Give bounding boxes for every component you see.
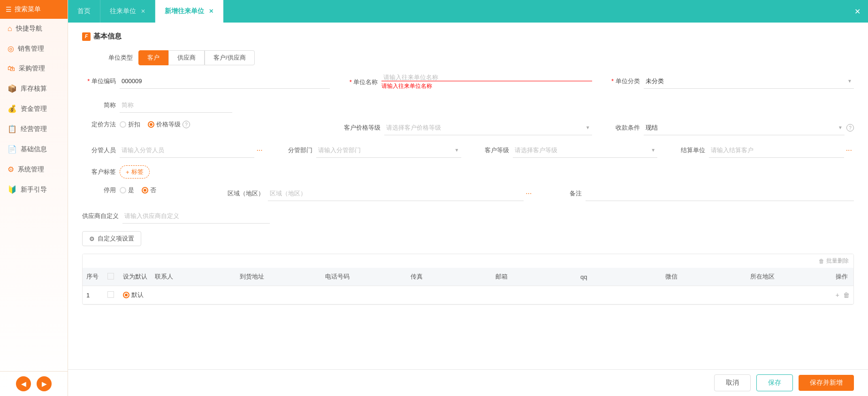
disabled-no[interactable]: 否 (142, 186, 156, 194)
code-input[interactable] (120, 74, 330, 89)
sidebar-icon-basic-info: 📄 (8, 145, 17, 154)
row-default-radio-0[interactable]: 默认 (123, 291, 147, 299)
pricing-option-discount[interactable]: 折扣 (120, 120, 140, 129)
settlement-unit-input[interactable] (709, 143, 844, 158)
disabled-yes-label: 是 (128, 186, 134, 194)
sidebar-label-inventory: 库存核算 (21, 85, 47, 93)
settlement-unit-label: 结算单位 (671, 146, 709, 155)
cancel-button[interactable]: 取消 (714, 374, 751, 391)
tab-home[interactable]: 首页 (68, 0, 100, 23)
manager-label: 分管人员 (82, 146, 120, 155)
batch-delete-label: 批量删除 (826, 257, 849, 265)
cell-email-0 (492, 286, 577, 304)
unit-type-btn-both[interactable]: 客户/供应商 (205, 50, 255, 65)
field-disabled: 停用 是 否 (82, 186, 213, 194)
settlement-unit-dots-btn[interactable]: ··· (844, 146, 854, 155)
custom-settings-button[interactable]: ⚙ 自定义项设置 (82, 231, 141, 246)
disabled-no-label: 否 (150, 186, 156, 194)
sidebar-item-quick-nav[interactable]: ⌂快捷导航 (0, 19, 68, 39)
pricing-option-level[interactable]: 价格等级 (148, 120, 181, 129)
form-row-3: 定价方法 折扣 价格等级 ? 客户价格等级 请选择客户价格等级 (82, 120, 854, 135)
form-row-7: 供应商自定义 (82, 209, 854, 224)
section-heading: F 基本信息 (82, 32, 854, 41)
tab-bar-close-btn[interactable]: ✕ (847, 7, 868, 16)
name-label: 单位名称 (344, 78, 381, 86)
section-title: 基本信息 (93, 32, 122, 41)
customer-price-level-select[interactable]: 请选择客户价格等级 ▼ (384, 120, 592, 135)
region-input[interactable] (268, 186, 524, 201)
sidebar-item-system[interactable]: ⚙系统管理 (0, 159, 68, 179)
name-input-wrapper: 请输入往来单位名称 (381, 74, 592, 90)
col-wechat: 微信 (662, 268, 746, 286)
cell-actions-0: + 🗑 (832, 286, 853, 304)
tab-partners[interactable]: 往来单位✕ (100, 0, 155, 23)
tab-close-partners[interactable]: ✕ (141, 8, 145, 15)
disabled-yes[interactable]: 是 (120, 186, 134, 194)
name-input[interactable] (381, 74, 592, 81)
field-region: 区域（地区） ··· (228, 186, 534, 201)
category-select[interactable]: 未分类 ▼ (644, 74, 854, 89)
sidebar-icon-system: ⚙ (8, 165, 14, 174)
save-new-button[interactable]: 保存并新增 (799, 375, 854, 391)
row-delete-btn-0[interactable]: 🗑 (843, 291, 850, 299)
form-row-2: 简称 (82, 98, 854, 113)
row-checkbox-0[interactable] (107, 291, 114, 298)
row-wechat-input-0[interactable] (665, 292, 743, 299)
col-region: 所在地区 (746, 268, 832, 286)
row-region-input-0[interactable] (750, 292, 828, 299)
sidebar-item-finance[interactable]: 💰资金管理 (0, 99, 68, 119)
sidebar-label-quick-nav: 快捷导航 (16, 24, 42, 33)
region-label: 区域（地区） (228, 189, 268, 198)
manager-dots-btn[interactable]: ··· (254, 146, 264, 155)
save-button[interactable]: 保存 (756, 374, 793, 391)
row-contact-input-0[interactable] (155, 292, 232, 299)
col-actions: 操作 (832, 268, 853, 286)
row-phone-input-0[interactable] (325, 292, 403, 299)
sidebar-item-sales[interactable]: ◎销售管理 (0, 39, 68, 59)
table-action-bar: 🗑 批量删除 (83, 254, 853, 268)
remark-input[interactable] (586, 186, 854, 201)
sidebar-label-operations: 经营管理 (21, 125, 47, 133)
row-add-btn-0[interactable]: + (836, 291, 839, 299)
pricing-discount-label: 折扣 (128, 120, 140, 129)
row-qq-input-0[interactable] (580, 292, 658, 299)
add-tag-button[interactable]: + 标签 (120, 165, 150, 179)
row-fax-input-0[interactable] (411, 292, 488, 299)
tab-new-partner[interactable]: 新增往来单位✕ (155, 0, 223, 23)
pricing-help-icon[interactable]: ? (183, 121, 190, 128)
pricing-radio-discount (120, 121, 126, 128)
sidebar-item-basic-info[interactable]: 📄基础信息 (0, 139, 68, 159)
unit-type-btn-supplier[interactable]: 供应商 (168, 50, 205, 65)
department-select[interactable]: 请输入分管部门 ▼ (316, 143, 461, 158)
sidebar-item-inventory[interactable]: 📦库存核算 (0, 78, 68, 99)
sidebar-item-operations[interactable]: 📋经营管理 (0, 119, 68, 139)
sidebar-item-guide[interactable]: 🔰新手引导 (0, 179, 68, 200)
pricing-radio-group: 折扣 价格等级 (120, 120, 181, 129)
tab-close-new-partner[interactable]: ✕ (209, 8, 213, 15)
header-checkbox[interactable] (107, 273, 114, 280)
contacts-table-section: 🗑 批量删除 序号 设为默认 联系人 到货地址 电话号码 传真 邮箱 qq (82, 254, 854, 305)
form-row-1: 单位编码 单位名称 请输入往来单位名称 单位分类 未分类 ▼ (82, 74, 854, 90)
batch-delete-button[interactable]: 🗑 批量删除 (819, 257, 849, 265)
sidebar-bottom-btn1[interactable]: ◀ (16, 376, 31, 391)
sidebar-search[interactable]: ☰ 搜索菜单 (0, 0, 68, 19)
row-email-input-0[interactable] (495, 292, 573, 299)
field-payment-terms: 收款条件 现结 ▼ ? (606, 120, 854, 135)
unit-type-btn-customer[interactable]: 客户 (138, 50, 168, 65)
code-label: 单位编码 (82, 77, 120, 85)
customer-level-select[interactable]: 请选择客户等级 ▼ (513, 143, 658, 158)
region-dots-btn[interactable]: ··· (524, 189, 533, 198)
sidebar-bottom-btn2[interactable]: ▶ (37, 376, 52, 391)
cell-contact-0 (151, 286, 236, 304)
sidebar-item-purchase[interactable]: 🛍采购管理 (0, 59, 68, 78)
manager-input[interactable] (120, 143, 254, 158)
payment-terms-help-icon[interactable]: ? (846, 124, 854, 132)
form-row-6: 停用 是 否 区域（地区） ··· (82, 186, 854, 201)
supplier-custom-input[interactable] (122, 209, 270, 224)
row-address-input-0[interactable] (240, 292, 318, 299)
shortname-input[interactable] (120, 98, 232, 113)
field-department: 分管部门 请输入分管部门 ▼ (279, 143, 461, 158)
field-customer-price-level: 客户价格等级 请选择客户价格等级 ▼ (344, 120, 592, 135)
department-label: 分管部门 (279, 146, 316, 155)
payment-terms-select[interactable]: 现结 ▼ (644, 120, 845, 135)
